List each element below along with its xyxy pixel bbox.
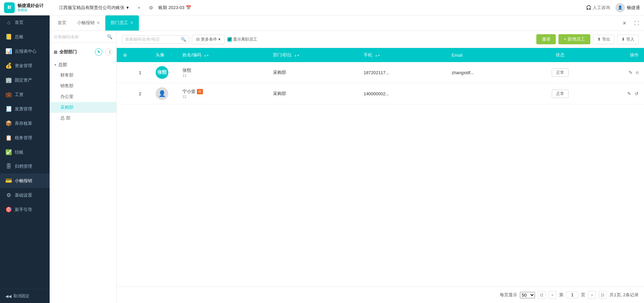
sidebar-item-closing[interactable]: ✅ 结账 <box>0 145 50 159</box>
sidebar-item-guide[interactable]: 🎯 新手引导 <box>0 202 50 217</box>
tab-close-all[interactable]: ✕ <box>620 18 629 28</box>
sidebar-item-reports[interactable]: 📊 云报表中心 <box>0 44 50 58</box>
settings-icon[interactable]: ⚙ <box>146 3 156 12</box>
page-size-select[interactable]: 50 20 100 <box>520 292 535 298</box>
table-header-row: ⚙ 头像 姓名/编码 ▲▼ <box>117 48 644 62</box>
dept-all-item[interactable]: ⊞ 全部部门 ✎ 《 <box>50 46 116 58</box>
page-number-input[interactable] <box>566 292 578 298</box>
dept-sort-icon: ▲▼ <box>294 54 300 57</box>
row-index: 2 <box>133 83 150 104</box>
sidebar-item-general-ledger[interactable]: 📒 总账 <box>0 30 50 44</box>
username: 畅捷通 <box>627 5 640 11</box>
sidebar-item-archive[interactable]: 🗄 归档管理 <box>0 159 50 173</box>
logo-icon: 财 <box>4 2 15 13</box>
import-label: 导入 <box>626 37 634 42</box>
page-size-label: 每页显示 <box>500 292 517 298</box>
tab-expense[interactable]: 小畅报销 ✕ <box>72 15 105 31</box>
dept-group-header[interactable]: ▼ 总部 <box>50 60 116 70</box>
sidebar-item-settings[interactable]: ⚙ 基础设置 <box>0 188 50 202</box>
inventory-icon: 📦 <box>5 120 12 127</box>
dept-item-caiwubu[interactable]: 财务部 <box>50 70 116 81</box>
col-settings[interactable]: ⚙ <box>117 48 133 62</box>
dept-search-area: 🔍 <box>50 31 116 43</box>
col-dept[interactable]: 部门/职位 ▲▼ <box>268 48 358 62</box>
status-badge: 正常 <box>552 90 569 98</box>
show-resigned-checkbox[interactable] <box>227 37 232 42</box>
sidebar-item-inventory[interactable]: 📦 库存核算 <box>0 116 50 131</box>
dept-item-caigoubu[interactable]: 采购部 <box>50 102 116 113</box>
sidebar-label-inventory: 库存核算 <box>15 120 32 127</box>
import-button[interactable]: ⬇ 导入 <box>617 35 639 44</box>
page-prev-button[interactable]: ＜ <box>548 291 556 299</box>
employees-table-element: ⚙ 头像 姓名/编码 ▲▼ <box>117 48 644 104</box>
col-name[interactable]: 姓名/编码 ▲▼ <box>177 48 268 62</box>
tab-expand[interactable]: ⛶ <box>632 18 641 28</box>
dept-search-input[interactable] <box>54 35 105 39</box>
col-phone[interactable]: 手机 ▲▼ <box>358 48 446 62</box>
row-checkbox-cell <box>117 83 133 104</box>
page-content: 🔍 ⊞ 全部部门 ✎ 《 ▼ 总部 财 <box>50 31 644 303</box>
user-info[interactable]: 👤 畅捷通 <box>615 3 640 12</box>
filter-label: 更多条件 <box>201 37 217 42</box>
col-index <box>133 48 150 62</box>
tab-employees[interactable]: 部门员工 ✕ <box>105 15 139 31</box>
row-dept-cell: 采购部 <box>268 83 358 104</box>
dept-item-bangongshi[interactable]: 办公室 <box>50 91 116 102</box>
header-right: 🎧 人工咨询 👤 畅捷通 <box>586 3 640 12</box>
pagination-bar: 每页显示 50 20 100 ⟨⟨ ＜ 第 页 ＞ ⟩⟩ 共1页, 2条记录 <box>117 287 644 303</box>
user-avatar: 👤 <box>615 3 625 12</box>
home-icon: ⌂ <box>5 19 12 26</box>
filter-button[interactable]: ⊟ 更多条件 ▾ <box>192 35 225 44</box>
add-employee-button[interactable]: + 新增员工 <box>558 34 590 44</box>
dept-collapse-button[interactable]: 《 <box>105 48 112 56</box>
top-header: 财 畅捷通好会计 旗舰版 江西服宝精品有限责任公司内账张 ▾ ＋ ⚙ 账期 20… <box>0 0 644 15</box>
tab-home[interactable]: 首页 <box>52 15 72 31</box>
guide-icon: 🎯 <box>5 206 12 213</box>
edit-icon[interactable]: ✎ <box>627 91 631 96</box>
sidebar-item-home[interactable]: ⌂ 首页 <box>0 15 50 30</box>
tab-expense-close[interactable]: ✕ <box>97 20 100 25</box>
sidebar-item-invoices[interactable]: 🧾 发票管理 <box>0 102 50 116</box>
closing-icon: ✅ <box>5 149 12 155</box>
import-icon: ⬇ <box>622 37 625 42</box>
company-name: 江西服宝精品有限责任公司内账张 <box>59 5 124 11</box>
dept-search-icon[interactable]: 🔍 <box>107 34 112 39</box>
company-selector[interactable]: 江西服宝精品有限责任公司内账张 ▾ <box>56 3 131 12</box>
tab-employees-close[interactable]: ✕ <box>130 20 133 25</box>
export-button[interactable]: ⬆ 导出 <box>593 35 614 44</box>
toolbar-right: 邀请 + 新增员工 ⬆ 导出 ⬇ 导入 <box>536 34 639 44</box>
app-subtitle: 旗舰版 <box>17 8 44 12</box>
sidebar-label-tax: 税务管理 <box>15 135 32 141</box>
sidebar-label-payroll: 工资 <box>15 92 23 98</box>
page-last-button[interactable]: ⟩⟩ <box>599 291 607 299</box>
row-checkbox-cell <box>117 62 133 83</box>
table-settings-icon[interactable]: ⚙ <box>122 53 128 58</box>
sidebar-label-assets: 固定资产 <box>15 77 32 83</box>
page-next-button[interactable]: ＞ <box>588 291 596 299</box>
add-button[interactable]: ＋ <box>134 3 144 12</box>
dept-all-label: 全部部门 <box>59 49 77 55</box>
service-button[interactable]: 🎧 人工咨询 <box>586 5 610 11</box>
sidebar-item-tax[interactable]: 📋 税务管理 <box>0 131 50 145</box>
delete-icon[interactable]: ↺ <box>635 91 639 96</box>
edit-icon[interactable]: ✎ <box>629 70 633 75</box>
pin-toggle[interactable]: ◀◀ 取消固定 <box>0 289 50 303</box>
sidebar-item-assets[interactable]: 🏢 固定资产 <box>0 73 50 87</box>
col-email: Email <box>446 48 527 62</box>
logout-icon[interactable]: ⎋ <box>636 70 639 75</box>
dept-item-xiaoshoubu[interactable]: 销售部 <box>50 81 116 91</box>
employee-search-input[interactable] <box>125 37 179 42</box>
expense-icon: 💳 <box>5 178 12 184</box>
dept-edit-button[interactable]: ✎ <box>95 48 102 56</box>
sidebar-item-funds[interactable]: 💰 资金管理 <box>0 58 50 73</box>
sidebar-item-payroll[interactable]: 💼 工资 <box>0 87 50 102</box>
sidebar-item-expense[interactable]: 💳 小畅报销 <box>0 173 50 188</box>
page-first-button[interactable]: ⟨⟨ <box>538 291 546 299</box>
show-resigned-wrap[interactable]: 显示离职员工 <box>227 37 257 42</box>
invite-button[interactable]: 邀请 <box>536 34 556 44</box>
period-selector[interactable]: 账期 2023-03 📅 <box>158 5 191 11</box>
content-area: 首页 小畅报销 ✕ 部门员工 ✕ ✕ ⛶ 🔍 <box>50 15 644 303</box>
expand-arrow-icon: ▼ <box>54 63 57 67</box>
dept-item-zongbu[interactable]: 总 部 <box>50 113 116 123</box>
row-phone-cell: 187202117... <box>358 62 446 83</box>
